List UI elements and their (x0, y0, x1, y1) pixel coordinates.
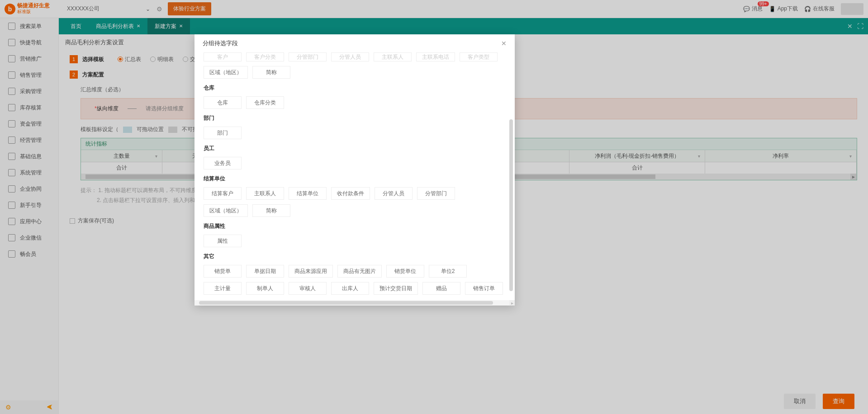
group-title: 其它 (204, 253, 503, 260)
field-chip[interactable]: 结算客户 (204, 187, 242, 200)
modal-close-icon[interactable]: ✕ (501, 40, 507, 47)
field-chip[interactable]: 收付款条件 (331, 187, 370, 200)
field-chip[interactable]: 预计交货日期 (374, 282, 418, 295)
group-title: 仓库 (204, 84, 503, 92)
modal-vscroll-thumb[interactable] (509, 119, 513, 291)
field-chip[interactable]: 制单人 (246, 282, 284, 295)
field-chip[interactable]: 商品有无图片 (337, 265, 382, 278)
field-chip[interactable]: 单据日期 (246, 265, 284, 278)
field-chip[interactable]: 分管部门 (289, 52, 327, 61)
field-chip[interactable]: 单位2 (429, 265, 467, 278)
group-fields-modal: 分组待选字段 ✕ 客户客户分类分管部门分管人员主联系人主联系电话客户类型区域（地… (194, 34, 515, 306)
field-chip[interactable]: 商品来源应用 (289, 265, 333, 278)
field-chip[interactable]: 主计量 (204, 282, 242, 295)
field-chip[interactable]: 简称 (252, 66, 290, 79)
field-chip[interactable]: 赠品 (422, 282, 460, 295)
field-chip[interactable]: 仓库分类 (246, 96, 284, 109)
field-chip[interactable]: 分管部门 (417, 187, 455, 200)
field-chip[interactable]: 主联系人 (374, 52, 412, 61)
modal-scroll-right-icon[interactable]: ▸ (509, 300, 515, 306)
field-chip[interactable]: 审核人 (289, 282, 327, 295)
field-chip[interactable]: 区域（地区） (204, 204, 248, 217)
field-chip[interactable]: 主联系电话 (416, 52, 455, 61)
group-title: 结算单位 (204, 175, 503, 183)
field-chip[interactable]: 客户类型 (460, 52, 498, 61)
modal-vertical-scrollbar[interactable] (509, 52, 513, 293)
field-chip[interactable]: 销售订单 (465, 282, 503, 295)
group-title: 员工 (204, 145, 503, 152)
group-title: 商品属性 (204, 222, 503, 230)
field-chip[interactable]: 属性 (204, 235, 242, 247)
group-title: 部门 (204, 114, 503, 122)
field-chip[interactable]: 简称 (252, 204, 290, 217)
field-chip[interactable]: 销货单位 (386, 265, 424, 278)
field-chip[interactable]: 部门 (204, 127, 242, 139)
field-chip[interactable]: 结算单位 (289, 187, 327, 200)
field-chip[interactable]: 客户分类 (246, 52, 284, 61)
field-chip[interactable]: 业务员 (204, 157, 242, 169)
field-chip[interactable]: 区域（地区） (204, 66, 248, 79)
field-chip[interactable]: 销货单 (204, 265, 242, 278)
field-chip[interactable]: 出库人 (331, 282, 369, 295)
field-chip[interactable]: 客户 (204, 52, 242, 61)
modal-horizontal-scrollbar[interactable]: ▸ (194, 300, 515, 306)
field-chip[interactable]: 仓库 (204, 96, 242, 109)
field-chip[interactable]: 分管人员 (331, 52, 369, 61)
field-chip[interactable]: 分管人员 (375, 187, 413, 200)
modal-hscroll-thumb[interactable] (199, 301, 493, 305)
field-chip[interactable]: 主联系人 (246, 187, 284, 200)
modal-title: 分组待选字段 (203, 39, 238, 47)
